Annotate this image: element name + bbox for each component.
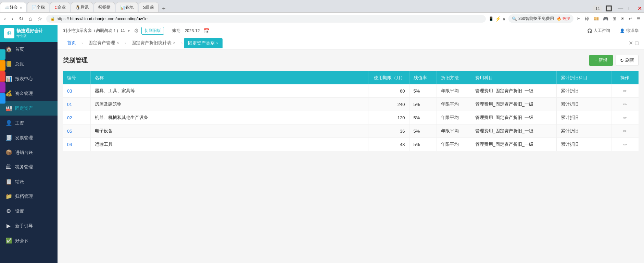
sidebar-item-label-tax: 税务管理 <box>15 164 33 170</box>
reload-btn[interactable]: ↻ <box>17 15 25 23</box>
tab-label: 目前 <box>146 4 154 10</box>
game-icon[interactable]: 🎮 <box>602 15 609 22</box>
toolbar-icons: ✂ 译 💴 🎮 ⊞ ☀ ↩ ☰ <box>576 15 641 23</box>
tab-gedi[interactable]: 📊 各地 <box>116 2 138 12</box>
top-right-actions: 🎧 人工咨询 👤 徐泽华 <box>582 28 639 34</box>
sidebar-item-general-ledger[interactable]: 📒 总账 <box>0 57 58 71</box>
switch-version-btn[interactable]: 切到旧版 <box>141 27 164 35</box>
cell-depreciation-4: 累计折旧 <box>556 138 611 151</box>
tab-muqian[interactable]: S 目前 <box>139 2 159 12</box>
sidebar-item-fixed-assets[interactable]: 🏭 固定资产 <box>0 101 58 116</box>
sidebar-item-label-home: 首页 <box>15 46 24 52</box>
tab-favicon: Ⓜ <box>98 4 102 10</box>
edit-icon-3[interactable]: ✏ <box>623 129 627 134</box>
close-asset-mgmt-icon[interactable]: × <box>116 40 119 45</box>
cell-action-0[interactable]: ✏ <box>611 84 639 98</box>
sidebar-item-funds[interactable]: 💰 资金管理 <box>0 86 58 101</box>
cell-period-0: 60 <box>368 84 409 98</box>
col-depreciation: 累计折旧科目 <box>556 71 611 84</box>
sidebar-item-invoice[interactable]: 🧾 发票管理 <box>0 130 58 145</box>
calendar-icon[interactable]: 📅 <box>204 28 210 34</box>
sidebar-item-inventory[interactable]: 📦 进销台账 <box>0 145 58 160</box>
refresh-btn[interactable]: ↻ 刷新 <box>616 55 639 66</box>
page-tab-home[interactable]: 首页 <box>63 38 80 49</box>
tab-qiye[interactable]: C 企业 <box>50 2 70 12</box>
tab-expand-btn[interactable]: □ <box>635 40 639 46</box>
window-close-btn[interactable]: ✕ <box>635 4 644 12</box>
add-btn[interactable]: + 新增 <box>589 55 613 66</box>
sidebar-item-guide[interactable]: ▶ 新手引导 <box>0 218 58 233</box>
tab-geshui[interactable]: 📄 个税 <box>27 2 49 12</box>
tab-separator-1: › <box>81 40 83 46</box>
beta-icon: ✅ <box>5 237 12 244</box>
cell-method-0: 年限平均 <box>437 84 471 98</box>
expand-icon[interactable]: ∨ <box>502 16 506 22</box>
period-label: 账期 <box>172 28 180 34</box>
new-tab-btn[interactable]: + <box>159 5 168 12</box>
window-minimize-btn[interactable]: — <box>616 5 625 12</box>
refresh-label: 刷新 <box>625 57 634 63</box>
sidebar-item-settlement[interactable]: 📋 结账 <box>0 174 58 189</box>
sidebar-item-home[interactable]: 🏠 首页 <box>0 42 58 57</box>
search-bar[interactable]: 🔍 360智能抠图免费用 🔥 热搜 <box>508 14 573 23</box>
cell-name-3: 电子设备 <box>90 124 368 138</box>
settings-cog-icon[interactable]: ⚙ <box>134 27 139 34</box>
window-restore-btn[interactable]: 🔲 <box>603 4 614 12</box>
scissors-icon[interactable]: ✂ <box>576 15 581 22</box>
tab-changjie[interactable]: Ⓜ 畅捷 <box>94 2 115 12</box>
guide-icon: ▶ <box>5 223 12 229</box>
grid-icon[interactable]: ⊞ <box>612 15 617 22</box>
col-period: 使用期限（月） <box>368 71 409 84</box>
sidebar-item-label-ledger: 总账 <box>15 61 24 67</box>
undo-icon[interactable]: ↩ <box>628 15 633 22</box>
headset-icon: 🎧 <box>587 28 592 33</box>
tab-close-btn[interactable]: ✕ <box>629 40 633 46</box>
edit-icon-1[interactable]: ✏ <box>623 102 627 107</box>
translate-icon[interactable]: 译 <box>584 15 590 23</box>
sidebar-item-tax[interactable]: 🏛 税务管理 <box>0 160 58 174</box>
cell-code-1: 01 <box>63 98 90 111</box>
dropdown-icon[interactable]: ▾ <box>128 28 130 33</box>
report-icon: 📊 <box>5 75 12 82</box>
close-category-icon[interactable]: × <box>216 41 218 45</box>
cell-action-1[interactable]: ✏ <box>611 98 639 111</box>
cell-action-4[interactable]: ✏ <box>611 138 639 151</box>
forward-btn[interactable]: › <box>10 15 14 23</box>
cell-action-2[interactable]: ✏ <box>611 111 639 124</box>
edit-icon-2[interactable]: ✏ <box>623 115 627 120</box>
url-bar[interactable]: 🔒 https:// https://cloud.chanjet.com/acc… <box>46 15 486 23</box>
home-icon: 🏠 <box>5 46 12 52</box>
sidebar-item-settings[interactable]: ⚙ 设置 <box>0 204 58 218</box>
edit-icon-4[interactable]: ✏ <box>623 142 627 147</box>
table-row: 02 机器、机械和其他生产设备 120 5% 年限平均 管理费用_固定资产折旧_… <box>63 111 639 124</box>
tab-active[interactable]: ☁️ 好会 × <box>0 2 26 12</box>
edit-icon-0[interactable]: ✏ <box>623 88 627 94</box>
sidebar-item-reports[interactable]: 📊 报表中心 <box>0 71 58 86</box>
cell-action-3[interactable]: ✏ <box>611 124 639 138</box>
page-tab-asset-mgmt[interactable]: 固定资产管理 × <box>84 38 123 49</box>
home-btn[interactable]: ⌂ <box>27 15 34 23</box>
wallet-icon[interactable]: 💴 <box>593 15 599 22</box>
sun-icon[interactable]: ☀ <box>620 15 625 22</box>
back-btn[interactable]: ‹ <box>3 15 7 23</box>
service-btn[interactable]: 🎧 人工咨询 <box>587 28 610 34</box>
sidebar-item-payroll[interactable]: 👤 工资 <box>0 116 58 130</box>
close-depreciation-icon[interactable]: × <box>173 40 176 45</box>
tab-close-icon[interactable]: × <box>20 5 22 10</box>
tab-tengxun[interactable]: 🐧 腾讯 <box>71 2 93 12</box>
table-row: 01 房屋及建筑物 240 5% 年限平均 管理费用_固定资产折旧_一级 累计折… <box>63 98 639 111</box>
sidebar-item-archive[interactable]: 📁 归档管理 <box>0 189 58 204</box>
page-tab-asset-category[interactable]: 固定资产类别 × <box>184 38 222 48</box>
window-maximize-btn[interactable]: □ <box>627 5 634 12</box>
lightning-icon[interactable]: ⚡ <box>495 16 501 22</box>
cell-rate-0: 5% <box>409 84 437 98</box>
tab-separator-3: › <box>181 40 182 46</box>
page-tab-depreciation-table[interactable]: 固定资产折旧统计表 × <box>127 38 180 49</box>
cell-period-2: 120 <box>368 111 409 124</box>
tab-count: 11 <box>593 5 602 12</box>
sidebar-item-beta[interactable]: ✅ 好会 β <box>0 233 58 248</box>
cell-expense-3: 管理费用_固定资产折旧_一级 <box>471 124 556 138</box>
menu-icon[interactable]: ☰ <box>636 15 641 22</box>
user-avatar-btn[interactable]: 👤 徐泽华 <box>620 28 639 34</box>
bookmark-btn[interactable]: ☆ <box>36 15 43 23</box>
